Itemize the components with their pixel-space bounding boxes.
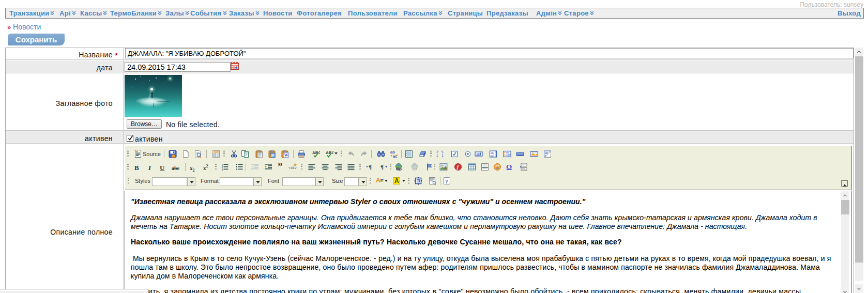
svg-text:A: A (376, 177, 380, 184)
svg-text:W: W (284, 153, 288, 158)
svg-text:ac: ac (393, 154, 397, 158)
svg-text:ABC: ABC (326, 150, 333, 155)
svg-text:?: ? (445, 178, 448, 184)
svg-text:A: A (394, 177, 399, 184)
svg-text:3: 3 (222, 168, 223, 171)
svg-text:¶: ¶ (380, 164, 384, 170)
svg-text:¶: ¶ (369, 164, 372, 170)
svg-text:cd: cd (491, 154, 494, 157)
svg-text:ABC: ABC (312, 150, 320, 155)
svg-text:<div>: <div> (288, 166, 297, 170)
svg-text:ab: ab (476, 152, 480, 156)
